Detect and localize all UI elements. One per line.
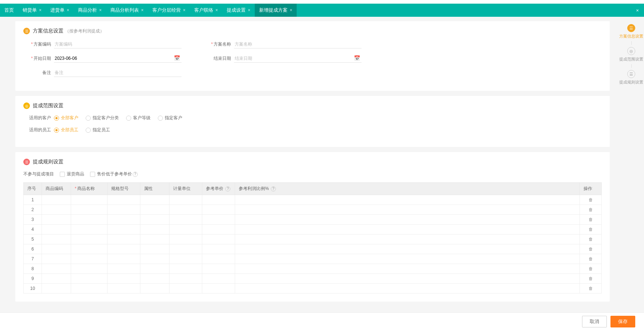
close-icon[interactable]: × bbox=[248, 8, 250, 13]
calendar-icon[interactable]: 📅 bbox=[354, 55, 360, 61]
table-row[interactable]: 5🗑 bbox=[24, 234, 602, 244]
table-row[interactable]: 10🗑 bbox=[24, 284, 602, 294]
customer-scope-label: 适用的客户 bbox=[23, 115, 51, 121]
checkbox-return-goods[interactable]: 退货商品 bbox=[60, 171, 84, 177]
table-row[interactable]: 3🗑 bbox=[24, 215, 602, 225]
tab-customer-contact[interactable]: 客户联络× bbox=[190, 4, 222, 17]
close-all-icon[interactable]: × bbox=[634, 4, 641, 17]
close-icon[interactable]: × bbox=[99, 8, 102, 13]
close-icon[interactable]: × bbox=[183, 8, 186, 13]
tab-new-commission-plan[interactable]: 新增提成方案× bbox=[255, 4, 297, 17]
delete-icon[interactable]: 🗑 bbox=[589, 217, 593, 222]
tab-commission-settings[interactable]: 提成设置× bbox=[222, 4, 255, 17]
checkbox-below-ref-price[interactable]: 售价低于参考单价? bbox=[90, 171, 138, 177]
section-icon: ☰ bbox=[23, 159, 30, 165]
footer-bar: 取消 保存 bbox=[0, 312, 644, 330]
commission-scope-section: ◎ 提成范围设置 适用的客户 全部客户 指定客户分类 客户等级 指定客户 适用的… bbox=[15, 96, 610, 147]
close-icon[interactable]: × bbox=[215, 8, 218, 13]
close-icon[interactable]: × bbox=[67, 8, 69, 13]
col-action: 操作 bbox=[580, 183, 602, 195]
col-price: 参考单价 ? bbox=[202, 183, 235, 195]
remark-input[interactable] bbox=[54, 69, 182, 77]
section-title: 方案信息设置 bbox=[33, 28, 63, 34]
tab-sales[interactable]: 销货单× bbox=[18, 4, 46, 17]
close-icon[interactable]: × bbox=[290, 8, 292, 13]
cancel-button[interactable]: 取消 bbox=[582, 316, 607, 327]
delete-icon[interactable]: 🗑 bbox=[589, 256, 593, 261]
anchor-nav: ☰ 方案信息设置 ◎ 提成范围设置 ☰ 提成规则设置 bbox=[618, 17, 644, 330]
table-row[interactable]: 8🗑 bbox=[24, 264, 602, 274]
col-name: *商品名称 bbox=[71, 183, 108, 195]
plan-name-label: *方案名称 bbox=[203, 41, 231, 47]
table-row[interactable]: 2🗑 bbox=[24, 205, 602, 215]
table-row[interactable]: 6🗑 bbox=[24, 244, 602, 254]
remark-label: 备注 bbox=[23, 70, 51, 76]
radio-specific-customer[interactable]: 指定客户 bbox=[158, 115, 182, 121]
col-seq: 序号 bbox=[24, 183, 42, 195]
tab-product-analysis[interactable]: 商品分析× bbox=[74, 4, 106, 17]
end-date-label: 结束日期 bbox=[203, 55, 231, 62]
section-title: 提成规则设置 bbox=[33, 159, 63, 165]
delete-icon[interactable]: 🗑 bbox=[589, 286, 593, 291]
delete-icon[interactable]: 🗑 bbox=[589, 237, 593, 242]
anchor-plan-info[interactable]: ☰ 方案信息设置 bbox=[619, 24, 643, 39]
help-icon[interactable]: ? bbox=[225, 186, 230, 191]
close-icon[interactable]: × bbox=[141, 8, 144, 13]
table-row[interactable]: 4🗑 bbox=[24, 225, 602, 234]
col-unit: 计量单位 bbox=[169, 183, 202, 195]
save-button[interactable]: 保存 bbox=[610, 316, 635, 327]
delete-icon[interactable]: 🗑 bbox=[589, 266, 593, 271]
staff-scope-label: 适用的员工 bbox=[23, 127, 51, 133]
col-attr: 属性 bbox=[140, 183, 169, 195]
tab-product-list[interactable]: 商品分析列表× bbox=[106, 4, 148, 17]
tab-purchase[interactable]: 进货单× bbox=[46, 4, 74, 17]
table-row[interactable]: 9🗑 bbox=[24, 274, 602, 284]
tab-bar: 首页 销货单× 进货单× 商品分析× 商品分析列表× 客户分层经营× 客户联络×… bbox=[0, 4, 644, 17]
plan-code-input[interactable] bbox=[54, 40, 182, 48]
start-date-input[interactable] bbox=[54, 54, 182, 63]
rules-table: 序号 商品编码 *商品名称 规格型号 属性 计量单位 参考单价 ? 参考利润比例… bbox=[23, 182, 602, 294]
table-row[interactable]: 1🗑 bbox=[24, 195, 602, 205]
radio-customer-level[interactable]: 客户等级 bbox=[126, 115, 151, 121]
radio-customer-category[interactable]: 指定客户分类 bbox=[86, 115, 119, 121]
plan-code-label: *方案编码 bbox=[23, 41, 51, 47]
end-date-input[interactable] bbox=[234, 54, 362, 63]
radio-specific-staff[interactable]: 指定员工 bbox=[86, 127, 110, 133]
delete-icon[interactable]: 🗑 bbox=[589, 197, 593, 202]
col-ratio: 参考利润比例% ? bbox=[235, 183, 580, 195]
plan-info-section: ☰ 方案信息设置 （按参考利润提成） *方案编码 *方案名称 *开始日期 bbox=[15, 21, 610, 91]
plan-name-input[interactable] bbox=[234, 40, 362, 48]
anchor-scope[interactable]: ◎ 提成范围设置 bbox=[619, 47, 643, 62]
close-icon[interactable]: × bbox=[39, 8, 42, 13]
delete-icon[interactable]: 🗑 bbox=[589, 246, 593, 252]
help-icon[interactable]: ? bbox=[271, 186, 276, 191]
delete-icon[interactable]: 🗑 bbox=[589, 227, 593, 232]
section-icon: ☰ bbox=[23, 28, 30, 34]
section-subtitle: （按参考利润提成） bbox=[65, 28, 104, 34]
radio-all-customers[interactable]: 全部客户 bbox=[54, 115, 78, 121]
section-icon: ◎ bbox=[23, 102, 30, 109]
help-icon[interactable]: ? bbox=[133, 172, 138, 177]
tab-customer-tier[interactable]: 客户分层经营× bbox=[148, 4, 190, 17]
delete-icon[interactable]: 🗑 bbox=[589, 276, 593, 281]
delete-icon[interactable]: 🗑 bbox=[589, 207, 593, 212]
calendar-icon[interactable]: 📅 bbox=[174, 55, 180, 61]
table-row[interactable]: 7🗑 bbox=[24, 254, 602, 264]
col-code: 商品编码 bbox=[42, 183, 71, 195]
start-date-label: *开始日期 bbox=[23, 55, 51, 62]
col-spec: 规格型号 bbox=[108, 183, 140, 195]
radio-all-staff[interactable]: 全部员工 bbox=[54, 127, 78, 133]
tab-home[interactable]: 首页 bbox=[0, 4, 18, 17]
exclude-label: 不参与提成项目 bbox=[23, 171, 54, 177]
anchor-rules[interactable]: ☰ 提成规则设置 bbox=[619, 70, 643, 85]
section-title: 提成范围设置 bbox=[33, 102, 63, 109]
commission-rules-section: ☰ 提成规则设置 不参与提成项目 退货商品 售价低于参考单价? 序号 商品编码 … bbox=[15, 152, 610, 302]
